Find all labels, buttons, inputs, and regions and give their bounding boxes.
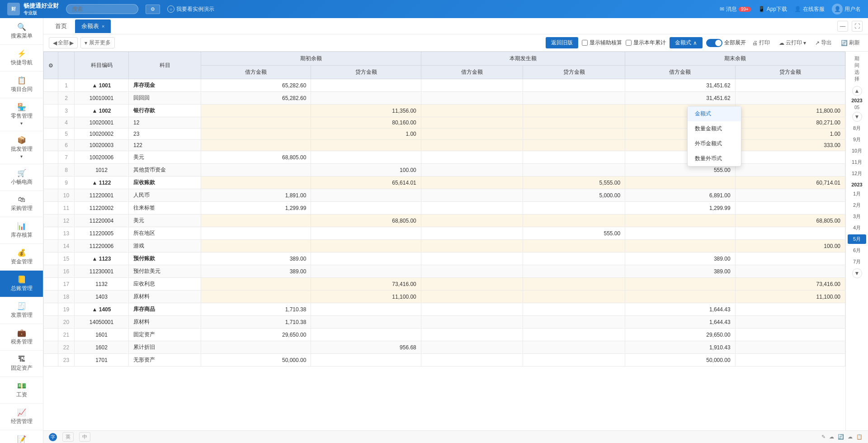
cur-credit-cell (523, 341, 625, 354)
header-search-input[interactable] (66, 4, 138, 14)
year-2023-top: 2023 (851, 98, 862, 103)
message-btn[interactable]: ✉ 消息 99+ (720, 5, 751, 13)
year-2023-month-05[interactable]: 05 (854, 105, 859, 110)
demo-link[interactable]: ○ 我要看实例演示 (167, 5, 214, 13)
month-2[interactable]: 2月 (848, 200, 866, 210)
row-number: 10 (58, 189, 75, 202)
month-10[interactable]: 10月 (848, 146, 866, 156)
account-code-cell: 1132 (75, 278, 129, 291)
user-avatar[interactable]: 👤 用户名 (832, 4, 861, 14)
sidebar-item-wholesale[interactable]: 📦 批发管理 ▾ (0, 131, 43, 164)
month-9[interactable]: 9月 (848, 135, 866, 144)
sidebar-item-purchase[interactable]: 🛍 采购管理 (0, 191, 43, 217)
online-service-btn[interactable]: 👤 在线客服 (794, 5, 825, 13)
expand-more-btn[interactable]: ▾ 展开更多 (80, 37, 115, 48)
nav-back-btn[interactable]: ◀ 全部 ▶ (49, 37, 78, 48)
clipboard-icon[interactable]: 📋 (856, 434, 863, 440)
sidebar-item-inventory[interactable]: 📊 库存核算 (0, 217, 43, 244)
expand-all-toggle[interactable]: 全部展开 (706, 39, 746, 47)
table-row: 17 1132 应收利息 73,416.0073,416.00 (44, 278, 845, 291)
sidebar-item-quick-nav[interactable]: ⚡ 快捷导航 (0, 45, 43, 71)
open-debit-cell: 1,299.99 (201, 202, 311, 214)
row-number: 17 (58, 278, 75, 291)
print-btn[interactable]: 🖨 打印 (750, 38, 773, 48)
month-11[interactable]: 11月 (848, 157, 866, 167)
month-7[interactable]: 7月 (848, 257, 866, 267)
cur-debit-cell (421, 303, 523, 316)
edit-icon[interactable]: ✎ (821, 434, 826, 440)
end-debit-cell (625, 214, 735, 227)
chevron-down-icon: ▾ (20, 154, 23, 159)
row-number: 11 (58, 202, 75, 214)
show-ytd-checkbox[interactable]: 显示本年累计 (626, 39, 666, 47)
sidebar-item-expense[interactable]: 📝 小畅报销 (0, 430, 43, 443)
return-old-btn[interactable]: 返回旧版 (546, 37, 578, 48)
sidebar-item-ledger[interactable]: 📒 总账管理 (0, 271, 43, 297)
sidebar-item-tax[interactable]: 💼 税务管理 (0, 324, 43, 351)
service-icon: 👤 (794, 6, 801, 12)
aux-checkbox-input[interactable] (582, 40, 588, 46)
nav-between-btn[interactable]: ▼ (852, 112, 862, 122)
sidebar-item-project[interactable]: 📋 项目合同 (0, 71, 43, 98)
cloud-icon[interactable]: ☁ (829, 434, 834, 440)
month-8[interactable]: 8月 (848, 124, 866, 133)
message-icon: ✉ (720, 6, 724, 12)
refresh-btn[interactable]: 🔄 刷新 (838, 38, 863, 48)
retail-icon: 🏪 (4, 103, 39, 111)
table-settings-header[interactable]: ⚙ (44, 52, 58, 79)
menu-item-amount[interactable]: 金额式 (688, 106, 741, 121)
menu-item-qty-foreign[interactable]: 数量外币式 (688, 151, 741, 166)
month-3[interactable]: 3月 (848, 212, 866, 221)
tab-maximize-btn[interactable]: ⛶ (852, 21, 863, 32)
month-12[interactable]: 12月 (848, 169, 866, 178)
end-credit-cell (735, 252, 845, 265)
cur-debit-cell (421, 265, 523, 278)
month-1[interactable]: 1月 (848, 189, 866, 199)
header-settings-btn[interactable]: ⚙ (146, 5, 160, 14)
row-number: 15 (58, 252, 75, 265)
tab-balance[interactable]: 余额表 × (75, 19, 111, 33)
sidebar-item-finance[interactable]: 💰 资金管理 (0, 244, 43, 271)
lang-cn-btn[interactable]: 英 (62, 432, 74, 442)
nav-down-btn[interactable]: ▼ (852, 268, 862, 278)
sidebar-item-retail[interactable]: 🏪 零售管理 ▾ (0, 98, 43, 131)
app-download-btn[interactable]: 📱 App下载 (758, 5, 787, 13)
cloud-print-btn[interactable]: ☁ 云打印 ▾ (776, 38, 809, 48)
tab-home[interactable]: 首页 (49, 19, 73, 33)
sidebar-item-operations[interactable]: 📈 经营管理 (0, 404, 43, 430)
tab-close-icon[interactable]: × (102, 24, 104, 29)
export-btn[interactable]: ↗ 导出 (812, 38, 835, 48)
cur-debit-cell (421, 164, 523, 176)
sidebar-item-search[interactable]: 🔍 搜索菜单 (0, 18, 43, 45)
account-name-cell: 库存商品 (129, 303, 201, 316)
menu-item-qty-amount[interactable]: 数量金额式 (688, 121, 741, 136)
sidebar-item-payroll[interactable]: 💵 工资 (0, 377, 43, 404)
cloud2-icon[interactable]: ☁ (848, 434, 853, 440)
account-name-header: 科目 (129, 52, 201, 79)
open-credit-cell: 100.00 (311, 164, 421, 176)
month-6[interactable]: 6月 (848, 246, 866, 255)
sync-icon[interactable]: 🔄 (838, 434, 844, 440)
open-debit-cell: 389.00 (201, 265, 311, 278)
ytd-checkbox-input[interactable] (626, 40, 632, 46)
row-number: 12 (58, 214, 75, 227)
toggle-switch[interactable] (706, 39, 722, 47)
lang-en-btn[interactable]: 中 (79, 432, 90, 442)
tab-minimize-btn[interactable]: — (837, 21, 848, 32)
row-settings (44, 92, 58, 105)
sidebar-item-fixed-assets[interactable]: 🏗 固定资产 (0, 351, 43, 377)
menu-item-foreign-amount[interactable]: 外币金额式 (688, 136, 741, 151)
nav-up-btn[interactable]: ▲ (852, 86, 862, 96)
account-code-cell: ▲ 1002 (75, 105, 129, 117)
amount-style-dropdown[interactable]: 金额式 ∧ (670, 37, 703, 48)
sidebar-item-ecommerce[interactable]: 🛒 小畅电商 (0, 164, 43, 191)
show-aux-checkbox[interactable]: 显示辅助核算 (582, 39, 622, 47)
open-credit-cell: 1.00 (311, 129, 421, 140)
account-name-cell: 银行存款 (129, 105, 201, 117)
account-code-cell: 1403 (75, 291, 129, 303)
month-4[interactable]: 4月 (848, 223, 866, 233)
account-code-cell: 1602 (75, 341, 129, 354)
demo-circle-icon: ○ (167, 5, 175, 13)
month-5[interactable]: 5月 (848, 234, 866, 244)
sidebar-item-invoice[interactable]: 🧾 发票管理 (0, 297, 43, 324)
